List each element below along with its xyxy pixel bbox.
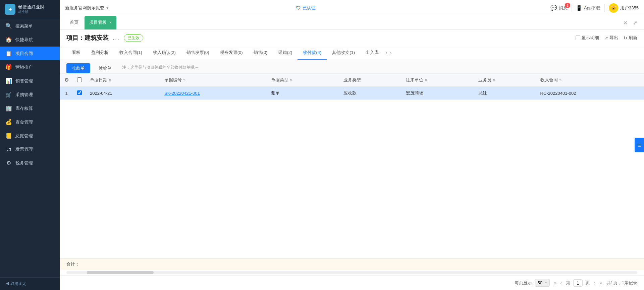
sales-icon: 📊 xyxy=(5,78,12,84)
subtab-other-income[interactable]: 其他收支(1) xyxy=(327,46,360,60)
last-page-button[interactable]: » xyxy=(598,280,604,286)
subtabs: 看板 盈利分析 收入合同(1) 收入确认(2) 销售发票(0) 税务发票(0) … xyxy=(60,46,644,60)
table-row[interactable]: 1 2022-04-21 SK-20220421-001 蓝单 应收款 宏茂商场… xyxy=(60,87,644,100)
export-button[interactable]: ↗ 导出 xyxy=(604,35,618,41)
user-avatar: 🐱 xyxy=(609,3,618,13)
subtab-income-contract[interactable]: 收入合同(1) xyxy=(114,46,148,60)
subtab-kanban[interactable]: 看板 xyxy=(66,46,86,60)
refresh-button[interactable]: ↻ 刷新 xyxy=(624,35,637,41)
refresh-label: 刷新 xyxy=(629,35,637,41)
col-type-sort-icon[interactable]: ⇅ xyxy=(290,78,292,82)
subtab-prev-icon[interactable]: ‹ xyxy=(384,48,388,58)
topbar: 新服务官网演示账套 ▾ 🛡 已认证 💬 消息 1 📱 App下载 🐱 用户335… xyxy=(60,0,644,16)
sidebar-item-inventory[interactable]: 🏢 库存核算 xyxy=(0,101,60,115)
sidebar-scroll: 🔍 搜索菜单 🏠 快捷导航 📋 项目合同 🎁 营销推广 📊 销售管理 🛒 采购管… xyxy=(0,19,60,277)
subtab-profit[interactable]: 盈利分析 xyxy=(86,46,114,60)
table-footer: 合计： xyxy=(60,258,644,270)
shield-icon: 🛡 xyxy=(296,5,301,11)
col-number-sort-icon[interactable]: ⇅ xyxy=(183,78,186,82)
sidebar: ✦ 畅捷通好业财 标准版 🔍 搜索菜单 🏠 快捷导航 📋 项目合同 🎁 营销推广… xyxy=(0,0,60,290)
subtab-tax-invoice[interactable]: 税务发票(0) xyxy=(215,46,248,60)
col-partner-sort-icon[interactable]: ⇅ xyxy=(425,78,427,82)
sidebar-label-search: 搜索菜单 xyxy=(15,23,33,29)
select-all-checkbox[interactable] xyxy=(77,77,82,82)
col-partner-label: 往来单位 xyxy=(406,77,423,83)
subtab-next-icon[interactable]: › xyxy=(388,48,393,58)
first-page-button[interactable]: « xyxy=(552,280,558,286)
sidebar-label-invoice: 发票管理 xyxy=(15,146,33,152)
col-date-sort-icon[interactable]: ⇅ xyxy=(109,78,111,82)
sidebar-item-purchase[interactable]: 🛒 采购管理 xyxy=(0,88,60,101)
subtab-sales-invoice[interactable]: 销售发票(0) xyxy=(181,46,215,60)
page-suffix: 页 xyxy=(584,279,591,287)
table-scrollbar[interactable] xyxy=(66,271,637,274)
column-gear: ⚙ xyxy=(60,74,73,87)
app-version: 标准版 xyxy=(18,10,44,14)
column-check xyxy=(73,74,86,87)
home-icon: 🏠 xyxy=(5,37,12,43)
tab-controls: ✕ ⤢ xyxy=(622,18,639,27)
per-page-select[interactable]: 50 xyxy=(535,279,550,287)
sidebar-item-marketing[interactable]: 🎁 营销推广 xyxy=(0,60,60,74)
row-checkbox[interactable] xyxy=(77,90,82,95)
sidebar-item-ledger[interactable]: 📒 总账管理 xyxy=(0,129,60,143)
subtab-inout[interactable]: 出入库 xyxy=(360,46,384,60)
sidebar-item-contract[interactable]: 📋 项目合同 xyxy=(0,47,60,60)
project-title-prefix: 项目： xyxy=(66,34,85,41)
subtab-sales-label: 销售(0) xyxy=(254,50,268,55)
col-income-contract-sort-icon[interactable]: ⇅ xyxy=(559,78,562,82)
user-area[interactable]: 🐱 用户3355 xyxy=(609,3,639,13)
project-chevron-icon[interactable]: ▾ xyxy=(106,5,109,10)
sidebar-item-finance[interactable]: 💰 资金管理 xyxy=(0,115,60,129)
checkbox-icon xyxy=(576,35,580,40)
sidebar-label-contract: 项目合同 xyxy=(15,51,33,57)
sidebar-item-quick[interactable]: 🏠 快捷导航 xyxy=(0,33,60,47)
subtab-collection[interactable]: 收付款(4) xyxy=(298,46,327,60)
message-button[interactable]: 💬 消息 1 xyxy=(550,5,568,11)
project-more-button[interactable]: ... xyxy=(113,34,120,42)
column-type: 单据类型 ⇅ xyxy=(267,74,339,87)
column-income-contract: 收入合同 ⇅ xyxy=(536,74,644,87)
sidebar-label-purchase: 采购管理 xyxy=(15,92,33,98)
subtab-income-contract-label: 收入合同(1) xyxy=(119,50,142,55)
sidebar-label-sales: 销售管理 xyxy=(15,78,33,84)
show-detail-checkbox[interactable]: 显示明细 xyxy=(576,35,599,41)
unpin-button[interactable]: ◀ 取消固定 xyxy=(0,277,60,290)
app-download-button[interactable]: 📱 App下载 xyxy=(576,5,600,11)
row-salesman: 龙妹 xyxy=(474,87,536,100)
sidebar-item-invoice[interactable]: 🗂 发票管理 xyxy=(0,143,60,156)
app-download-label: App下载 xyxy=(584,5,600,11)
subtab-income-confirm[interactable]: 收入确认(2) xyxy=(148,46,181,60)
data-table: ⚙ 单据日期 ⇅ 单据编号 xyxy=(60,74,644,100)
row-number-link[interactable]: SK-20220421-001 xyxy=(164,91,200,96)
tab-close-icon[interactable]: × xyxy=(109,20,112,25)
sidebar-logo: ✦ 畅捷通好业财 标准版 xyxy=(0,0,60,19)
tab-project-board[interactable]: 项目看板 × xyxy=(85,16,116,29)
certified-label: 已认证 xyxy=(303,5,316,11)
subtab-purchase[interactable]: 采购(2) xyxy=(273,46,298,60)
tab-expand-icon[interactable]: ⤢ xyxy=(632,18,639,27)
col-salesman-sort-icon[interactable]: ⇅ xyxy=(493,78,495,82)
sidebar-item-sales[interactable]: 📊 销售管理 xyxy=(0,74,60,88)
prev-page-button[interactable]: ‹ xyxy=(559,280,563,286)
topbar-certified: 🛡 已认证 xyxy=(296,5,316,11)
next-page-button[interactable]: › xyxy=(593,280,597,286)
gear-icon[interactable]: ⚙ xyxy=(64,77,69,83)
page-nav: « ‹ 第 1 页 › » xyxy=(552,279,604,287)
subtab-sales[interactable]: 销售(0) xyxy=(248,46,273,60)
show-detail-label: 显示明细 xyxy=(582,35,599,41)
tab-home[interactable]: 首页 xyxy=(65,16,83,29)
col-date-label: 单据日期 xyxy=(90,77,107,83)
collection-tab[interactable]: 收款单 xyxy=(66,63,90,73)
payment-tab[interactable]: 付款单 xyxy=(93,63,117,73)
float-action-button[interactable]: ≡ xyxy=(635,138,644,152)
sidebar-item-tax[interactable]: ⚙ 税务管理 xyxy=(0,156,60,170)
column-biz-type: 业务类型 xyxy=(339,74,402,87)
phone-icon: 📱 xyxy=(576,5,582,11)
col-salesman-label: 业务员 xyxy=(478,77,491,83)
sidebar-item-search[interactable]: 🔍 搜索菜单 xyxy=(0,19,60,33)
col-income-contract-label: 收入合同 xyxy=(540,77,558,83)
export-icon: ↗ xyxy=(604,35,608,41)
tab-close-window-icon[interactable]: ✕ xyxy=(622,18,629,27)
divider-2 xyxy=(604,4,605,12)
